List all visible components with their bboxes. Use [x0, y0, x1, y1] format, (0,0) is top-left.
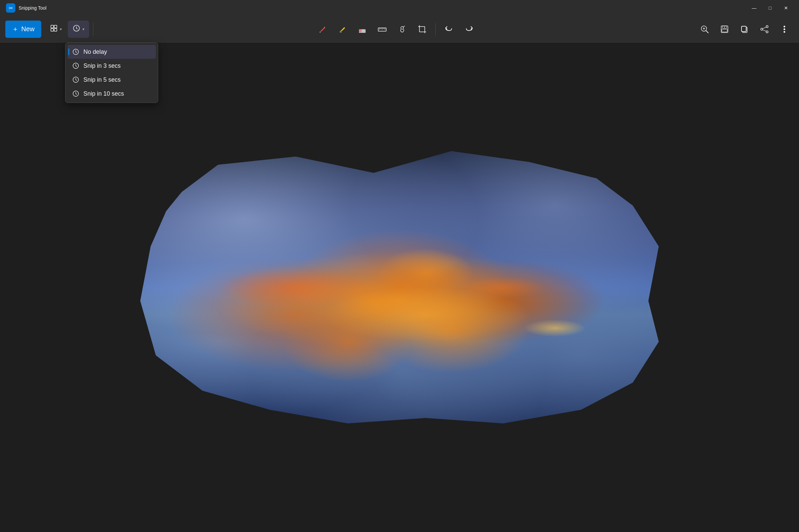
toolbar: ＋ New ▾ ▾ [0, 16, 799, 42]
ballpoint-pen-button[interactable] [313, 21, 332, 38]
svg-line-29 [706, 31, 708, 33]
svg-line-42 [763, 27, 766, 28]
snip-3-label: Snip in 3 secs [84, 62, 121, 70]
snip-image-container [140, 151, 659, 423]
undo-button[interactable] [440, 21, 458, 38]
zoom-in-button[interactable] [695, 21, 714, 38]
snip-10-label: Snip in 10 secs [84, 90, 124, 97]
touch-writing-button[interactable] [393, 21, 412, 38]
toolbar-sep-2 [435, 23, 436, 36]
delay-dropdown-menu: No delay Snip in 3 secs Snip in 5 secs S… [65, 42, 158, 103]
svg-rect-5 [54, 28, 57, 31]
window-controls: — □ ✕ [746, 3, 794, 13]
app-icon: ✂ [5, 3, 16, 13]
svg-rect-4 [51, 28, 54, 31]
svg-text:✂: ✂ [8, 5, 13, 11]
delay-5sec-item[interactable]: Snip in 5 secs [68, 73, 156, 87]
plus-icon: ＋ [12, 24, 19, 34]
save-button[interactable] [715, 21, 734, 38]
toolbar-sep-1 [93, 23, 93, 36]
svg-point-40 [761, 28, 763, 30]
svg-rect-3 [54, 25, 57, 28]
svg-rect-27 [419, 26, 425, 32]
svg-point-46 [784, 31, 785, 33]
svg-rect-34 [722, 29, 727, 32]
minimize-button[interactable]: — [746, 3, 762, 13]
copy-button[interactable] [735, 21, 754, 38]
delay-dropdown-arrow: ▾ [83, 27, 85, 32]
svg-line-22 [403, 26, 405, 27]
svg-point-44 [784, 25, 785, 27]
ruler-button[interactable] [373, 21, 392, 38]
share-button[interactable] [755, 21, 774, 38]
delay-3sec-item[interactable]: Snip in 3 secs [68, 59, 156, 73]
svg-marker-7 [320, 27, 325, 32]
svg-rect-13 [359, 29, 362, 33]
drawing-tools [97, 21, 694, 38]
more-options-button[interactable] [775, 21, 794, 38]
snip-5-label: Snip in 5 secs [84, 76, 121, 83]
mode-dropdown-arrow: ▾ [60, 27, 62, 32]
delay-selector-button[interactable]: ▾ [68, 21, 89, 38]
title-bar: ✂ Snipping Tool — □ ✕ [0, 0, 799, 16]
content-area [0, 42, 799, 532]
highlighter-button[interactable] [333, 21, 352, 38]
svg-line-9 [320, 32, 321, 33]
delay-no-delay-item[interactable]: No delay [68, 45, 156, 59]
svg-marker-10 [340, 27, 345, 31]
snip-10-clock-icon [72, 90, 79, 97]
crop-button[interactable] [413, 21, 431, 38]
no-delay-clock-icon [72, 48, 79, 55]
svg-line-43 [763, 30, 766, 31]
mode-icon [50, 24, 58, 34]
snip-5-clock-icon [72, 76, 79, 83]
svg-point-39 [766, 25, 768, 27]
snip-3-clock-icon [72, 62, 79, 70]
snip-image [140, 151, 659, 423]
close-button[interactable]: ✕ [778, 3, 794, 13]
svg-point-41 [766, 31, 768, 33]
eraser-button[interactable] [353, 21, 371, 38]
clock-icon [72, 24, 80, 34]
svg-rect-37 [742, 26, 746, 32]
new-button-label: New [21, 25, 35, 33]
svg-rect-2 [51, 25, 54, 28]
svg-point-45 [784, 28, 785, 30]
no-delay-label: No delay [84, 49, 107, 55]
svg-rect-11 [340, 31, 342, 33]
new-button[interactable]: ＋ New [5, 21, 41, 38]
redo-button[interactable] [460, 21, 478, 38]
app-title: Snipping Tool [19, 5, 47, 11]
right-tools [695, 21, 794, 38]
mode-selector-button[interactable]: ▾ [45, 21, 67, 38]
active-indicator [68, 49, 70, 55]
delay-10sec-item[interactable]: Snip in 10 secs [68, 87, 156, 101]
maximize-button[interactable]: □ [762, 3, 778, 13]
